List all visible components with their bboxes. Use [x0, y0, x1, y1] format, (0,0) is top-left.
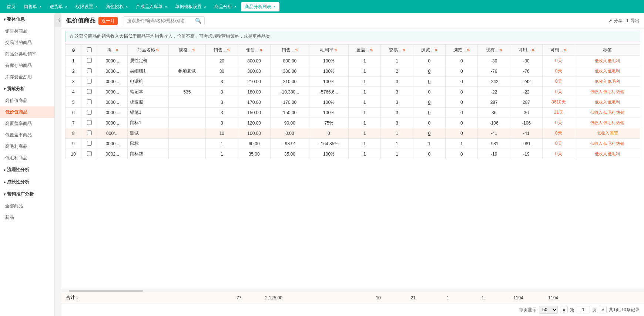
row-browse1[interactable]: 1 — [413, 139, 445, 149]
nav-permission[interactable]: 权限设置× — [72, 2, 101, 11]
sort-icon-name[interactable]: ⇅ — [156, 48, 159, 52]
col-code[interactable]: 商...⇅ — [97, 45, 128, 56]
sidebar-item-category-rate[interactable]: 商品分类动销率 — [0, 48, 54, 60]
row-browse1[interactable]: 0 — [413, 149, 445, 159]
col-sellable[interactable]: 可销...⇅ — [543, 45, 575, 56]
row-check[interactable] — [81, 97, 97, 108]
row-checkbox[interactable] — [87, 89, 92, 94]
browse1-value[interactable]: 0 — [428, 89, 431, 95]
sidebar-group-contribution[interactable]: ▾ 贡献分析 — [0, 83, 54, 95]
col-settings[interactable]: ⚙ — [66, 45, 81, 56]
row-checkbox[interactable] — [87, 141, 92, 146]
row-checkbox[interactable] — [87, 110, 92, 115]
row-check[interactable] — [81, 108, 97, 118]
row-browse1[interactable]: 0 — [413, 87, 445, 97]
row-check[interactable] — [81, 56, 97, 66]
sidebar-item-traded-goods[interactable]: 交易过的商品 — [0, 37, 54, 48]
sidebar-item-all-goods[interactable]: 全部商品 — [0, 200, 54, 212]
row-check[interactable] — [81, 139, 97, 149]
sort-icon-browse1[interactable]: ⇅ — [435, 48, 437, 52]
row-checkbox[interactable] — [87, 99, 92, 104]
sort-icon-code[interactable]: ⇅ — [115, 48, 118, 52]
row-browse1[interactable]: 0 — [413, 56, 445, 66]
sidebar-item-sales-goods[interactable]: 销售类商品 — [0, 26, 54, 37]
browse1-value[interactable]: 0 — [428, 58, 431, 64]
browse1-value[interactable]: 0 — [428, 152, 431, 157]
sidebar-group-overall[interactable]: ▾ 整体信息 — [0, 13, 54, 26]
col-available[interactable]: 可用...⇅ — [510, 45, 542, 56]
close-product[interactable]: × — [165, 5, 167, 9]
row-browse1[interactable]: 0 — [413, 108, 445, 118]
col-browse1[interactable]: 浏览...⇅ — [413, 45, 445, 56]
row-checkbox[interactable] — [87, 68, 92, 73]
row-browse1[interactable]: 0 — [413, 77, 445, 87]
sidebar-group-marketing[interactable]: ▾ 营销推广分析 — [0, 188, 54, 200]
row-browse1[interactable]: 0 — [413, 128, 445, 139]
browse1-value[interactable]: 0 — [428, 69, 431, 74]
sidebar-group-growth[interactable]: ▸ 成长性分析 — [0, 176, 54, 188]
select-all-checkbox[interactable] — [87, 47, 92, 52]
close-purchase[interactable]: × — [65, 5, 67, 9]
col-coverage[interactable]: 覆盖...⇅ — [348, 45, 380, 56]
close-sales[interactable]: × — [39, 5, 41, 9]
sidebar-item-low-coverage[interactable]: 低覆盖率商品 — [0, 129, 54, 141]
settings-icon[interactable]: ⚙ — [71, 48, 76, 53]
row-check[interactable] — [81, 77, 97, 87]
row-checkbox[interactable] — [87, 58, 92, 63]
col-sales-qty[interactable]: 销售...⇅ — [206, 45, 238, 56]
nav-analysis[interactable]: 商品分析× — [211, 2, 240, 11]
sidebar-item-low-value[interactable]: 低价值商品 — [0, 106, 54, 118]
row-browse1[interactable]: 0 — [413, 66, 445, 77]
browse1-value[interactable]: 0 — [428, 131, 431, 136]
col-spec[interactable]: 规格...⇅ — [168, 45, 206, 56]
sort-icon-sales-amount[interactable]: ⇅ — [259, 48, 262, 52]
row-checkbox[interactable] — [87, 120, 92, 125]
sort-icon-sales-qty[interactable]: ⇅ — [227, 48, 230, 52]
nav-purchase[interactable]: 进货单× — [46, 2, 71, 11]
sort-icon-available[interactable]: ⇅ — [531, 48, 534, 52]
search-input[interactable] — [127, 18, 194, 23]
sort-icon-coverage[interactable]: ⇅ — [370, 48, 373, 52]
sort-icon-browse2[interactable]: ⇅ — [467, 48, 470, 52]
sidebar-item-high-value[interactable]: 高价值商品 — [0, 95, 54, 106]
sort-icon-trade[interactable]: ⇅ — [402, 48, 405, 52]
sort-icon-stock[interactable]: ⇅ — [499, 48, 502, 52]
close-permission[interactable]: × — [95, 5, 98, 9]
browse1-value[interactable]: 1 — [428, 141, 431, 146]
row-check[interactable] — [81, 118, 97, 128]
sidebar-group-liquidity[interactable]: ▸ 流通性分析 — [0, 164, 54, 176]
sidebar-item-stock-goods[interactable]: 有库存的商品 — [0, 60, 54, 71]
next-page-button[interactable]: » — [599, 306, 607, 313]
export-button[interactable]: ⬆ 导出 — [625, 18, 640, 24]
sort-icon-gross-rate[interactable]: ⇅ — [334, 48, 337, 52]
row-checkbox[interactable] — [87, 130, 92, 135]
page-input[interactable] — [577, 306, 590, 313]
nav-product[interactable]: 产成品入库单× — [132, 2, 171, 11]
browse1-value[interactable]: 0 — [428, 110, 431, 115]
close-analysis-list[interactable]: × — [274, 5, 276, 9]
browse1-value[interactable]: 0 — [428, 100, 431, 105]
sort-icon-sellable[interactable]: ⇅ — [564, 48, 567, 52]
sidebar-item-stock-value[interactable]: 库存资金占用 — [0, 71, 54, 83]
sidebar-item-new-goods[interactable]: 新品 — [0, 212, 54, 223]
row-check[interactable] — [81, 128, 97, 139]
col-sales-val[interactable]: 销售...⇅ — [270, 45, 309, 56]
col-gross-rate[interactable]: 毛利率⇅ — [309, 45, 348, 56]
nav-role[interactable]: 角色授权× — [102, 2, 132, 11]
col-stock[interactable]: 现有...⇅ — [478, 45, 510, 56]
col-trade[interactable]: 交易...⇅ — [381, 45, 413, 56]
horizontal-scrollbar[interactable] — [61, 289, 644, 292]
col-check[interactable] — [81, 45, 97, 56]
search-icon[interactable]: 🔍 — [195, 18, 201, 24]
page-size-select[interactable]: 50 20 100 — [539, 306, 558, 314]
sidebar-item-high-margin[interactable]: 高毛利商品 — [0, 141, 54, 152]
close-analysis[interactable]: × — [234, 5, 237, 9]
row-checkbox[interactable] — [87, 151, 92, 156]
col-sales-amount[interactable]: 销售...⇅ — [238, 45, 270, 56]
scrollbar-thumb[interactable] — [69, 290, 143, 292]
close-template[interactable]: × — [204, 5, 206, 9]
row-check[interactable] — [81, 149, 97, 159]
col-name[interactable]: 商品名称⇅ — [128, 45, 168, 56]
sidebar-collapse-button[interactable]: 《 — [55, 13, 61, 27]
nav-analysis-list[interactable]: 商品分析列表× — [241, 2, 279, 11]
